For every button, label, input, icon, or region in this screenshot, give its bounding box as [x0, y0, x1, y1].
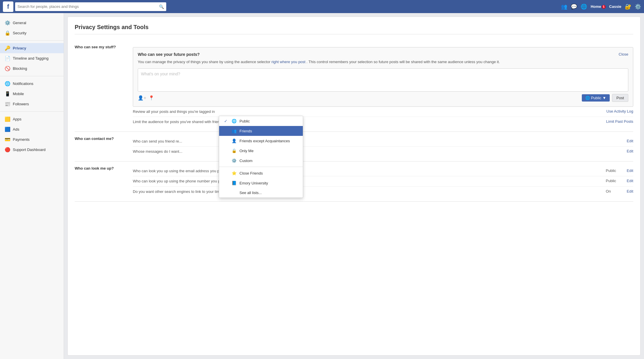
sidebar-label-blocking: Blocking	[13, 66, 27, 71]
section-label-who-contact: Who can contact me?	[75, 136, 133, 157]
text-composer[interactable]: What's on your mind?	[138, 68, 628, 92]
payments-icon: 💳	[5, 137, 10, 142]
only-me-icon: 🔒	[231, 148, 237, 153]
messages-action[interactable]: Edit	[627, 149, 633, 153]
activity-log-action[interactable]: Use Activity Log	[607, 109, 634, 113]
sidebar-item-mobile[interactable]: 📱 Mobile	[0, 89, 64, 99]
dropdown-item-close-friends[interactable]: ⭐ Close Friends	[219, 168, 303, 178]
settings-nav-icon[interactable]: ⚙️	[635, 3, 641, 10]
dropdown-item-public[interactable]: ✓ 🌐 Public	[219, 116, 303, 126]
composer-footer: 👤+ 📍 🌐 Public ▼ Post	[138, 94, 628, 102]
sidebar-label-support: Support Dashboard	[13, 147, 46, 152]
audience-selector-button[interactable]: 🌐 Public ▼	[582, 94, 610, 102]
expanded-panel-future-posts: Who can see your future posts? You can m…	[133, 47, 633, 107]
composer-icons: 👤+ 📍	[138, 95, 154, 101]
globe-nav-icon[interactable]: 🌐	[581, 3, 587, 10]
dropdown-label-see-all: See all lists...	[239, 191, 262, 195]
blocking-icon: 🚫	[5, 66, 10, 71]
sidebar-item-ads[interactable]: 🟦 Ads	[0, 124, 64, 134]
sidebar-item-followers[interactable]: 📰 Followers	[0, 99, 64, 109]
username-display[interactable]: Cassie	[609, 4, 621, 9]
public-icon: 🌐	[231, 119, 237, 123]
friend-request-action[interactable]: Edit	[627, 139, 633, 143]
emory-icon: 📘	[231, 181, 237, 185]
ads-icon: 🟦	[5, 127, 10, 132]
post-button[interactable]: Post	[612, 94, 628, 102]
sidebar-divider-3	[0, 111, 64, 112]
dropdown-label-only-me: Only Me	[239, 149, 253, 153]
friends-except-icon: 👤	[231, 138, 237, 143]
general-icon: ⚙️	[5, 20, 10, 26]
setting-row-activity-log: Review all your posts and things you're …	[133, 107, 633, 117]
sidebar-item-security[interactable]: 🔒 Security	[0, 28, 64, 38]
page-title: Privacy Settings and Tools	[75, 24, 633, 34]
phone-lookup-action[interactable]: Edit	[627, 179, 633, 183]
limit-past-action[interactable]: Limit Past Posts	[606, 119, 633, 124]
dropdown-item-only-me[interactable]: 🔒 Only Me	[219, 146, 303, 156]
chevron-down-icon: ▼	[602, 96, 606, 100]
close-panel-link[interactable]: Close	[619, 52, 628, 56]
dropdown-label-public: Public	[239, 119, 250, 123]
search-input[interactable]	[17, 4, 159, 9]
sidebar-label-privacy: Privacy	[13, 46, 26, 50]
close-friends-icon: ⭐	[231, 171, 237, 175]
setting-row-phone-lookup: Who can look you up using the phone numb…	[133, 176, 633, 186]
dropdown-label-close-friends: Close Friends	[239, 171, 263, 175]
home-link[interactable]: Home5	[591, 4, 606, 9]
lock-nav-icon[interactable]: 🔐	[625, 3, 631, 10]
phone-lookup-value: Public	[606, 179, 623, 183]
followers-icon: 📰	[5, 101, 10, 107]
home-badge: 5	[602, 5, 606, 9]
sidebar-item-apps[interactable]: 🟨 Apps	[0, 114, 64, 124]
dropdown-item-friends[interactable]: 👥 Friends	[219, 126, 303, 136]
sidebar-item-general[interactable]: ⚙️ General	[0, 18, 64, 28]
search-bar[interactable]: 🔍	[15, 2, 166, 11]
section-label-who-see: Who can see my stuff?	[75, 45, 133, 127]
mobile-icon: 📱	[5, 91, 10, 97]
search-engines-action[interactable]: Edit	[627, 189, 633, 193]
apps-icon: 🟨	[5, 116, 10, 122]
activity-log-desc: Review all your posts and things you're …	[133, 109, 603, 114]
messages-desc: Whose messages do I want...	[133, 149, 623, 154]
setting-row-friend-request: Who can send you friend re... Edit	[133, 136, 633, 147]
messages-nav-icon[interactable]: 💬	[571, 3, 577, 10]
audience-label: Public	[591, 96, 601, 100]
tag-icon[interactable]: 👤+	[138, 95, 146, 101]
timeline-icon: 📄	[5, 56, 10, 61]
dropdown-item-friends-except[interactable]: 👤 Friends except Acquaintances	[219, 136, 303, 146]
section-content-who-lookup: Who can look you up using the email addr…	[133, 166, 633, 197]
dropdown-item-custom[interactable]: ⚙️ Custom	[219, 156, 303, 166]
sidebar-item-payments[interactable]: 💳 Payments	[0, 134, 64, 145]
dropdown-label-emory: Emory University	[239, 181, 268, 185]
sidebar-divider-1	[0, 40, 64, 41]
custom-icon: ⚙️	[231, 158, 237, 163]
audience-dropdown: ✓ 🌐 Public 👥 Friends 👤 Friends except Ac…	[219, 116, 303, 198]
dropdown-label-friends-except: Friends except Acquaintances	[239, 139, 290, 143]
search-engines-desc: Do you want other search engines to link…	[133, 189, 602, 194]
expanded-desc-text2: . This control remembers your selection …	[307, 60, 500, 64]
expanded-desc-text1: You can manage the privacy of things you…	[138, 60, 270, 64]
expanded-desc-link[interactable]: right where you post	[271, 60, 305, 64]
sidebar-label-notifications: Notifications	[13, 81, 33, 86]
sidebar-item-blocking[interactable]: 🚫 Blocking	[0, 63, 64, 74]
sidebar-label-followers: Followers	[13, 102, 29, 106]
email-lookup-action[interactable]: Edit	[627, 168, 633, 173]
setting-row-email-lookup: Who can look you up using the email addr…	[133, 166, 633, 176]
globe-icon-small: 🌐	[585, 96, 590, 100]
sidebar-item-support[interactable]: 🔴 Support Dashboard	[0, 145, 64, 155]
friends-dropdown-icon: 👥	[231, 129, 237, 133]
friends-nav-icon[interactable]: 👥	[561, 3, 567, 10]
main-content: Privacy Settings and Tools Who can see m…	[67, 17, 641, 356]
dropdown-item-emory[interactable]: 📘 Emory University	[219, 178, 303, 188]
sidebar-label-mobile: Mobile	[13, 92, 24, 96]
sidebar-item-privacy[interactable]: 🔑 Privacy	[0, 43, 64, 53]
location-icon[interactable]: 📍	[149, 95, 154, 101]
sidebar-item-timeline[interactable]: 📄 Timeline and Tagging	[0, 53, 64, 63]
security-icon: 🔒	[5, 30, 10, 36]
sidebar: ⚙️ General 🔒 Security 🔑 Privacy 📄 Timeli…	[0, 13, 64, 359]
search-engines-value: On	[606, 189, 623, 193]
sidebar-item-notifications[interactable]: 🌐 Notifications	[0, 79, 64, 89]
dropdown-item-see-all[interactable]: See all lists...	[219, 188, 303, 198]
section-who-contact: Who can contact me? Who can send you fri…	[75, 132, 633, 161]
dropdown-label-custom: Custom	[239, 159, 253, 163]
